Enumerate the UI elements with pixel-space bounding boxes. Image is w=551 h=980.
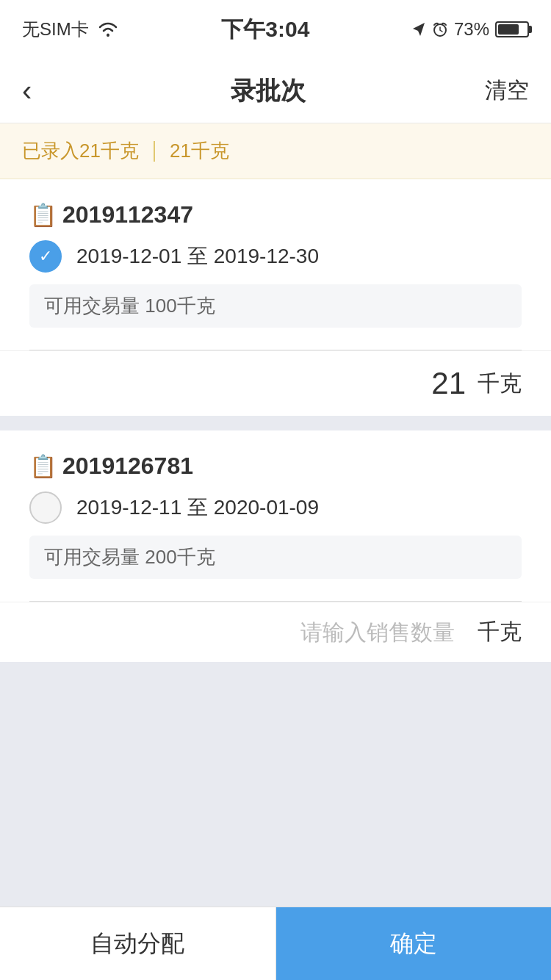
batch-1-qty-value: 21 — [431, 366, 466, 401]
batch-2-available: 可用交易量 200千克 — [29, 536, 522, 579]
status-left: 无SIM卡 — [22, 18, 120, 41]
battery-icon — [495, 21, 529, 37]
info-divider — [154, 141, 155, 162]
content-area: 已录入21千克 21千克 📋 2019112347 ✓ 2019-12-01 至… — [0, 123, 551, 980]
batch-2-date-row: 2019-12-11 至 2020-01-09 — [29, 491, 522, 524]
status-right: 73% — [411, 19, 529, 40]
batch-1-check: ✓ — [39, 247, 52, 266]
batch-1-qty-unit: 千克 — [478, 369, 522, 399]
svg-point-0 — [107, 34, 109, 37]
batch-2-id: 2019126781 — [62, 453, 193, 480]
batch-2-radio[interactable] — [29, 491, 62, 524]
batch-2-qty-input[interactable] — [29, 620, 466, 645]
batch-1-date-row: ✓ 2019-12-01 至 2019-12-30 — [29, 240, 522, 273]
total-amount: 21千克 — [170, 138, 229, 164]
batch-2-icon: 📋 — [29, 453, 57, 479]
batch-1-radio[interactable]: ✓ — [29, 240, 62, 273]
batch-1-id: 2019112347 — [62, 201, 193, 228]
auto-distribute-button[interactable]: 自动分配 — [0, 907, 276, 980]
batch-2-inner: 📋 2019126781 2019-12-11 至 2020-01-09 可用交… — [0, 430, 551, 601]
confirm-button[interactable]: 确定 — [276, 907, 552, 980]
nav-bar: ‹ 录批次 清空 — [0, 59, 551, 123]
wifi-icon — [96, 21, 120, 37]
batch-1-card: 📋 2019112347 ✓ 2019-12-01 至 2019-12-30 可… — [0, 179, 551, 416]
info-banner: 已录入21千克 21千克 — [0, 123, 551, 179]
batch-1-icon: 📋 — [29, 202, 57, 228]
batch-1-available: 可用交易量 100千克 — [29, 284, 522, 328]
batch-1-qty-row: 21 千克 — [0, 350, 551, 416]
batch-1-inner: 📋 2019112347 ✓ 2019-12-01 至 2019-12-30 可… — [0, 179, 551, 350]
recorded-amount: 已录入21千克 — [22, 138, 139, 164]
bottom-bar: 自动分配 确定 — [0, 907, 551, 980]
batch-2-header: 📋 2019126781 — [29, 453, 522, 480]
battery-fill — [498, 24, 519, 35]
batch-2-card: 📋 2019126781 2019-12-11 至 2020-01-09 可用交… — [0, 430, 551, 662]
batch-2-date: 2019-12-11 至 2020-01-09 — [76, 494, 319, 522]
batch-1-header: 📋 2019112347 — [29, 201, 522, 228]
carrier-label: 无SIM卡 — [22, 18, 89, 41]
batch-1-date: 2019-12-01 至 2019-12-30 — [76, 242, 319, 270]
clear-button[interactable]: 清空 — [470, 76, 529, 106]
location-icon — [411, 21, 426, 37]
batch-2-input-row: 千克 — [0, 602, 551, 662]
batch-2-unit: 千克 — [478, 617, 522, 647]
status-bar: 无SIM卡 下午3:04 73% — [0, 0, 551, 59]
back-button[interactable]: ‹ — [22, 74, 66, 107]
battery-label: 73% — [454, 19, 489, 40]
section-gap-1 — [0, 416, 551, 430]
status-time: 下午3:04 — [221, 15, 309, 45]
page-title: 录批次 — [231, 74, 306, 108]
alarm-icon — [432, 21, 448, 37]
